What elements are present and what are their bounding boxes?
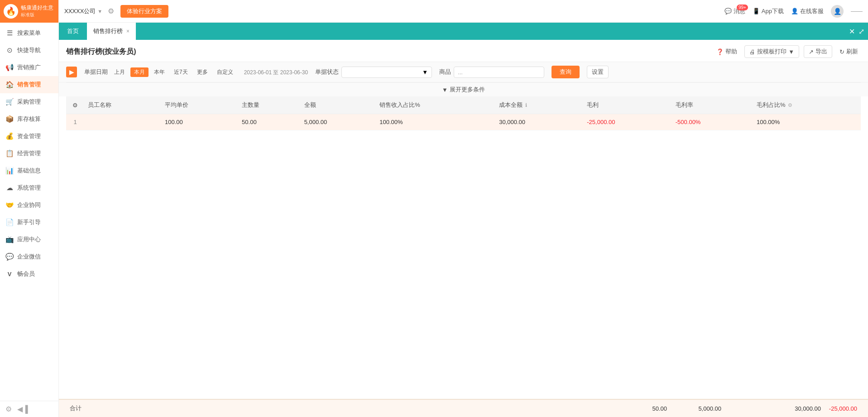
goods-input[interactable]: ... bbox=[454, 67, 544, 78]
operation-icon: 📋 bbox=[5, 149, 14, 158]
sidebar-item-member[interactable]: V 畅会员 bbox=[0, 265, 58, 283]
company-selector[interactable]: XXXXX公司 ▼ bbox=[64, 7, 102, 15]
tab-sales-ranking[interactable]: 销售排行榜 × bbox=[87, 23, 136, 40]
cost-info-icon[interactable]: ℹ bbox=[525, 102, 527, 108]
query-button[interactable]: 查询 bbox=[551, 66, 580, 78]
date-range: 2023-06-01 至 2023-06-30 bbox=[244, 69, 308, 77]
marketing-icon: 📢 bbox=[5, 63, 14, 72]
enterprise-icon: 🤝 bbox=[5, 201, 14, 209]
sidebar-item-finance[interactable]: 💰 资金管理 bbox=[0, 128, 58, 145]
inventory-icon: 📦 bbox=[5, 115, 14, 123]
page-title: 销售排行榜(按业务员) bbox=[66, 47, 136, 57]
filter-expand-row: ▼ 展开更多条件 bbox=[66, 82, 861, 96]
tab-close-icon[interactable]: × bbox=[126, 29, 129, 34]
tab-restore-icon[interactable]: ⤢ bbox=[858, 27, 864, 36]
date-btn-current-month[interactable]: 本月 bbox=[130, 67, 149, 77]
footer-cost: 30,000.00 bbox=[767, 405, 821, 412]
username[interactable]: —— bbox=[851, 8, 863, 14]
app-download-button[interactable]: 📱 App下载 bbox=[753, 7, 784, 15]
finance-icon: 💰 bbox=[5, 132, 14, 140]
footer-label: 合计 bbox=[70, 404, 106, 412]
sidebar-settings-icon[interactable]: ⚙ bbox=[5, 405, 12, 413]
col-profit: 毛利 bbox=[583, 96, 671, 114]
sidebar-collapse-icon[interactable]: ◀▐ bbox=[17, 405, 28, 413]
page-actions: ❓ 帮助 🖨 按模板打印 ▼ ↗ 导出 ↻ 刷新 bbox=[714, 45, 861, 58]
table-row: 1 100.00 50.00 5,000.00 100.00% 30,000.0… bbox=[66, 114, 861, 130]
message-icon: 💬 bbox=[724, 8, 732, 14]
settings-button[interactable]: 设置 bbox=[587, 66, 609, 78]
col-qty: 主数量 bbox=[238, 96, 301, 114]
date-btn-current-year[interactable]: 本年 bbox=[150, 67, 168, 77]
sidebar-item-label: 库存核算 bbox=[17, 115, 41, 123]
sidebar-item-purchase[interactable]: 🛒 采购管理 bbox=[0, 93, 58, 110]
sidebar-item-basic[interactable]: 📊 基础信息 bbox=[0, 162, 58, 179]
filter-toggle-icon[interactable]: ▶ bbox=[66, 67, 77, 77]
help-icon: ❓ bbox=[716, 48, 724, 55]
cell-profit-ratio: 100.00% bbox=[753, 114, 861, 130]
sidebar-item-operation[interactable]: 📋 经营管理 bbox=[0, 145, 58, 162]
sidebar-item-system[interactable]: ☁ 系统管理 bbox=[0, 179, 58, 197]
status-label: 单据状态 bbox=[315, 68, 339, 76]
status-filter-group: 单据状态 ▼ bbox=[315, 67, 432, 78]
page-header: 销售排行榜(按业务员) ❓ 帮助 🖨 按模板打印 ▼ ↗ 导出 ↻ 刷新 bbox=[59, 40, 868, 62]
tab-home[interactable]: 首页 bbox=[59, 23, 87, 40]
col-sales-ratio: 销售收入占比% bbox=[376, 96, 495, 114]
date-btn-custom[interactable]: 自定义 bbox=[213, 67, 237, 77]
avatar[interactable]: 👤 bbox=[831, 5, 844, 18]
print-button[interactable]: 🖨 按模板打印 ▼ bbox=[744, 45, 799, 58]
date-btn-7days[interactable]: 近7天 bbox=[170, 67, 192, 77]
sidebar-item-sales[interactable]: 🏠 销售管理 bbox=[0, 76, 58, 93]
filter-row: ▶ 单据日期 上月 本月 本年 近7天 更多 自定义 2023-06-01 至 bbox=[66, 66, 861, 78]
sidebar-item-search[interactable]: ☰ 搜索菜单 bbox=[0, 24, 58, 42]
topbar-right: 💬 消息 99+ 📱 App下载 👤 在线客服 👤 —— bbox=[724, 5, 863, 18]
export-button[interactable]: ↗ 导出 bbox=[804, 45, 832, 58]
refresh-button[interactable]: ↻ 刷新 bbox=[837, 46, 861, 57]
cell-name bbox=[84, 114, 161, 130]
message-button[interactable]: 💬 消息 99+ bbox=[724, 7, 745, 15]
export-icon: ↗ bbox=[809, 48, 814, 55]
topbar-settings-icon[interactable]: ⚙ bbox=[108, 7, 114, 15]
table-wrap: ⚙ 员工名称 平均单价 主数量 全额 销售收入占比% 成本全额 ℹ 毛利 毛利率… bbox=[59, 96, 868, 399]
sidebar-item-label: 企业协同 bbox=[17, 201, 41, 209]
col-settings-icon[interactable]: ⚙ bbox=[66, 96, 84, 114]
footer-profit: -25,000.00 bbox=[821, 405, 857, 412]
company-chevron-icon: ▼ bbox=[97, 9, 102, 14]
profit-ratio-info-icon[interactable]: ⚙ bbox=[788, 102, 792, 108]
sidebar-item-enterprise[interactable]: 🤝 企业协同 bbox=[0, 197, 58, 214]
sidebar-item-label: 基础信息 bbox=[17, 167, 41, 175]
sidebar-bottom: ⚙ ◀▐ bbox=[0, 401, 58, 417]
date-btn-prev-month[interactable]: 上月 bbox=[110, 67, 129, 77]
sidebar-item-label: 新手引导 bbox=[17, 218, 41, 226]
date-btn-more[interactable]: 更多 bbox=[193, 67, 211, 77]
cell-cost: 30,000.00 bbox=[495, 114, 583, 130]
sidebar-item-guide[interactable]: 📄 新手引导 bbox=[0, 214, 58, 231]
expand-button[interactable]: ▼ 展开更多条件 bbox=[442, 86, 485, 94]
col-profit-ratio: 毛利占比% ⚙ bbox=[753, 96, 861, 114]
col-name: 员工名称 bbox=[84, 96, 161, 114]
data-table: ⚙ 员工名称 平均单价 主数量 全额 销售收入占比% 成本全额 ℹ 毛利 毛利率… bbox=[66, 96, 861, 130]
sidebar-item-label: 经营管理 bbox=[17, 149, 41, 158]
col-cost: 成本全额 ℹ bbox=[495, 96, 583, 114]
sidebar-item-inventory[interactable]: 📦 库存核算 bbox=[0, 110, 58, 128]
sidebar-item-shortcut[interactable]: ⊙ 快捷导航 bbox=[0, 42, 58, 59]
sidebar-item-label: 应用中心 bbox=[17, 235, 41, 244]
tab-close-all-icon[interactable]: ✕ bbox=[849, 27, 855, 36]
sidebar-item-marketing[interactable]: 📢 营销推广 bbox=[0, 59, 58, 76]
footer-qty: 50.00 bbox=[631, 405, 667, 412]
trial-button[interactable]: 体验行业方案 bbox=[120, 5, 168, 18]
status-select[interactable]: ▼ bbox=[341, 67, 432, 78]
filter-bar: ▶ 单据日期 上月 本月 本年 近7天 更多 自定义 2023-06-01 至 bbox=[59, 62, 868, 82]
date-label: 单据日期 bbox=[84, 68, 108, 76]
sidebar-item-label: 营销推广 bbox=[17, 63, 41, 72]
sidebar-item-wechat[interactable]: 💬 企业微信 bbox=[0, 248, 58, 265]
page-content: 销售排行榜(按业务员) ❓ 帮助 🖨 按模板打印 ▼ ↗ 导出 ↻ 刷新 bbox=[59, 40, 868, 417]
goods-placeholder: ... bbox=[458, 69, 540, 76]
sidebar-item-label: 畅会员 bbox=[17, 270, 35, 278]
sidebar-item-label: 资金管理 bbox=[17, 132, 41, 140]
sidebar-item-apps[interactable]: 📺 应用中心 bbox=[0, 231, 58, 248]
col-avg-price: 平均单价 bbox=[161, 96, 238, 114]
cell-profit: -25,000.00 bbox=[583, 114, 671, 130]
online-service-button[interactable]: 👤 在线客服 bbox=[791, 7, 824, 15]
app-icon: 📱 bbox=[753, 8, 760, 14]
help-button[interactable]: ❓ 帮助 bbox=[714, 46, 740, 57]
